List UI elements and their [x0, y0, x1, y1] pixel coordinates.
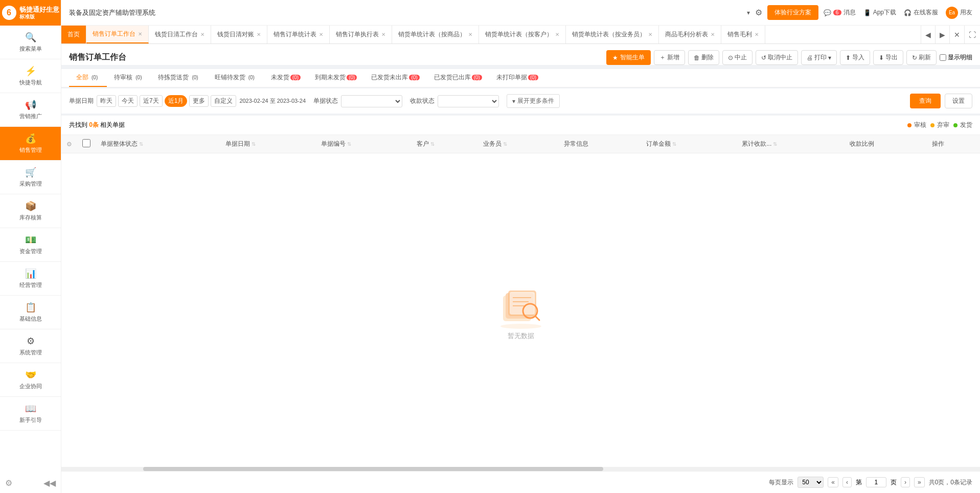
settings-bottom-icon[interactable]: ⚙: [5, 478, 12, 488]
sidebar-item-6[interactable]: 💵资金管理: [0, 228, 61, 262]
set-btn[interactable]: 设置: [945, 94, 972, 108]
sidebar-item-4[interactable]: 🛒采购管理: [0, 161, 61, 194]
smart-create-btn[interactable]: ★ 智能生单: [606, 50, 651, 65]
date-btn-更多[interactable]: 更多: [189, 95, 209, 107]
tab-close-2[interactable]: ✕: [200, 32, 204, 37]
subtab-pending[interactable]: 待审核(0): [107, 69, 151, 87]
cancel-stop-btn[interactable]: ↺ 取消中止: [756, 50, 798, 65]
sidebar-icon-7: 📊: [25, 268, 36, 279]
subtab-expired[interactable]: 到期未发货(0): [308, 69, 364, 87]
tab-next-btn[interactable]: ▶: [935, 26, 949, 43]
first-page-btn[interactable]: «: [828, 477, 838, 487]
horizontal-scrollbar[interactable]: [61, 467, 980, 471]
page-size-select[interactable]: 50 100 200: [797, 477, 824, 488]
export-btn[interactable]: ⬇ 导出: [873, 50, 903, 65]
topbar-dropdown-icon[interactable]: ▾: [747, 9, 750, 16]
tab-4[interactable]: 销售订单统计表✕: [267, 26, 330, 43]
app-download-item[interactable]: 📱 App下载: [863, 8, 896, 17]
next-page-btn[interactable]: ›: [901, 477, 910, 487]
sidebar-item-9[interactable]: ⚙系统管理: [0, 329, 61, 363]
tab-close-10[interactable]: ✕: [755, 32, 759, 37]
audit-action-btn[interactable]: 审核: [907, 120, 926, 130]
page-input[interactable]: [866, 477, 886, 487]
date-btn-今天[interactable]: 今天: [118, 95, 138, 107]
tab-close-5[interactable]: ✕: [381, 32, 385, 37]
sidebar-item-8[interactable]: 📋基础信息: [0, 296, 61, 329]
filter-expand-btn[interactable]: ▾ 展开更多条件: [507, 94, 560, 108]
tab-close-1[interactable]: ✕: [138, 31, 142, 37]
tab-close-all-btn[interactable]: ✕: [949, 26, 964, 43]
date-btn-自定义[interactable]: 自定义: [211, 95, 236, 107]
show-detail-checkbox[interactable]: [940, 54, 946, 61]
tab-9[interactable]: 商品毛利分析表✕: [659, 26, 721, 43]
date-label: 单据日期: [69, 97, 94, 105]
tab-prev-btn[interactable]: ◀: [921, 26, 935, 43]
date-btn-近7天[interactable]: 近7天: [140, 95, 163, 107]
message-item[interactable]: 💬 6 消息: [824, 8, 856, 17]
sidebar-item-3[interactable]: 💰销售管理: [0, 127, 61, 161]
select-all-checkbox[interactable]: [82, 139, 90, 147]
delete-btn[interactable]: 🗑 删除: [688, 50, 719, 65]
tab-maximize-btn[interactable]: ⛶: [964, 26, 980, 43]
sidebar-item-1[interactable]: ⚡快捷导航: [0, 59, 61, 93]
tab-6[interactable]: 销货单统计表（按商品）✕: [392, 26, 479, 43]
tab-close-3[interactable]: ✕: [257, 32, 261, 37]
topbar-settings-icon[interactable]: ⚙: [755, 8, 762, 17]
query-btn[interactable]: 查询: [910, 94, 941, 108]
col-actions: 操作: [927, 135, 980, 153]
status-select[interactable]: [341, 95, 402, 107]
empty-state: 暂无数据: [61, 153, 980, 467]
sidebar-item-10[interactable]: 🤝企业协同: [0, 363, 61, 397]
tab-close-8[interactable]: ✕: [648, 32, 652, 37]
subtab-all[interactable]: 全部(0): [69, 69, 107, 87]
subtab-picking[interactable]: 待拣货送货(0): [151, 69, 207, 87]
sidebar-item-7[interactable]: 📊经营管理: [0, 262, 61, 296]
payment-select[interactable]: [438, 95, 499, 107]
refresh-btn[interactable]: ↻ 刷新: [906, 50, 937, 65]
tab-close-6[interactable]: ✕: [468, 32, 472, 37]
sidebar-item-2[interactable]: 📢营销推广: [0, 93, 61, 127]
date-btn-近1月[interactable]: 近1月: [165, 95, 188, 107]
tab-10[interactable]: 销售毛利✕: [721, 26, 765, 43]
column-settings-icon[interactable]: ⚙: [66, 141, 72, 148]
tab-5[interactable]: 销售订单执行表✕: [330, 26, 392, 43]
import-btn[interactable]: ⬆ 导入: [840, 50, 870, 65]
sidebar-item-11[interactable]: 📖新手引导: [0, 397, 61, 431]
tab-close-7[interactable]: ✕: [555, 32, 559, 37]
add-btn[interactable]: ＋ 新增: [654, 50, 685, 65]
cancel-dot: [930, 123, 935, 127]
subtab-unshipped[interactable]: 未发货(0): [264, 69, 308, 87]
deliver-dot: [953, 123, 958, 127]
subtab-wangpu[interactable]: 旺铺待发货(0): [208, 69, 264, 87]
tab-0[interactable]: 首页: [61, 26, 86, 43]
tab-1[interactable]: 销售订单工作台✕: [86, 26, 149, 43]
tab-nav-buttons: ◀ ▶ ✕ ⛶: [921, 26, 980, 43]
industry-btn[interactable]: 体验行业方案: [767, 5, 818, 20]
sidebar-item-5[interactable]: 📦库存核算: [0, 194, 61, 228]
subtab-shipped_out[interactable]: 已发货已出库(0): [427, 69, 489, 87]
print-btn[interactable]: 🖨 打印 ▾: [801, 50, 837, 65]
subtab-unprinted[interactable]: 未打印单据(0): [489, 69, 545, 87]
horizontal-scroll-thumb[interactable]: [143, 467, 603, 471]
date-btn-昨天[interactable]: 昨天: [97, 95, 116, 107]
tab-8[interactable]: 销货单统计表（按业务员）✕: [566, 26, 659, 43]
deliver-action-btn[interactable]: 发货: [953, 120, 972, 130]
tab-7[interactable]: 销货单统计表（按客户）✕: [479, 26, 566, 43]
cancel-audit-action-btn[interactable]: 弃审: [930, 120, 949, 130]
subtab-shipped_not_out[interactable]: 已发货未出库(0): [364, 69, 426, 87]
sidebar-icon-6: 💵: [25, 234, 36, 245]
data-table: ⚙ 单据整体状态⇅ 单据日期⇅ 单据编号⇅ 客户⇅ 业务员⇅ 异常信息 订单金额: [61, 135, 980, 153]
online-service-item[interactable]: 🎧 在线客服: [904, 8, 938, 17]
sidebar-item-0[interactable]: 🔍搜索菜单: [0, 26, 61, 59]
tab-close-9[interactable]: ✕: [711, 32, 715, 37]
last-page-btn[interactable]: »: [914, 477, 925, 487]
collapse-icon[interactable]: ◀◀: [43, 478, 56, 488]
stop-btn[interactable]: ⊙ 中止: [722, 50, 753, 65]
prev-page-btn[interactable]: ‹: [842, 477, 852, 487]
tab-3[interactable]: 钱货日清对账✕: [211, 26, 267, 43]
table-header-row: ⚙ 单据整体状态⇅ 单据日期⇅ 单据编号⇅ 客户⇅ 业务员⇅ 异常信息 订单金额: [61, 135, 980, 153]
tab-close-4[interactable]: ✕: [319, 32, 323, 37]
user-item[interactable]: Ea 用友: [946, 7, 972, 19]
tab-2[interactable]: 钱货日清工作台✕: [149, 26, 211, 43]
content-area: 销售订单工作台 ★ 智能生单 ＋ 新增 🗑 删除 ⊙ 中止: [61, 44, 980, 493]
